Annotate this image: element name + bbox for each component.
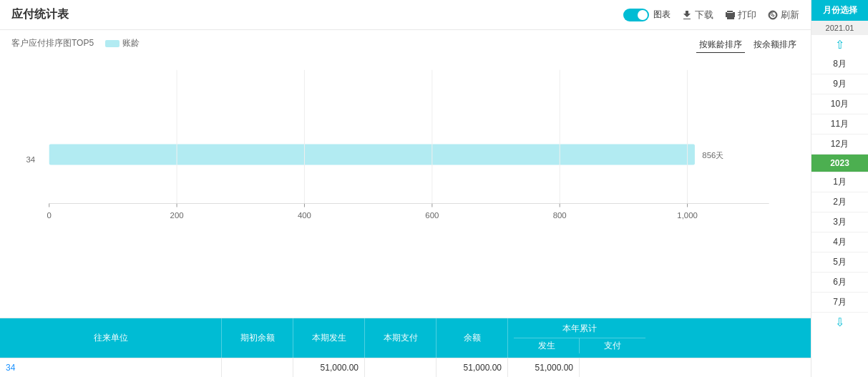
col-ytd-occur: 发生 bbox=[514, 338, 580, 353]
header-actions: 图表 下载 打印 刷新 bbox=[623, 9, 799, 21]
sidebar-month-item[interactable]: 5月 bbox=[811, 253, 868, 273]
cell-ytd-payment bbox=[580, 358, 651, 377]
col-balance: 余额 bbox=[437, 318, 508, 358]
sidebar-month-item[interactable]: 1月 bbox=[811, 172, 868, 192]
chart-toggle[interactable] bbox=[623, 9, 649, 21]
svg-text:1,000: 1,000 bbox=[677, 211, 698, 220]
chart-sort-buttons: 按账龄排序 按余额排序 bbox=[696, 37, 799, 53]
download-label: 下载 bbox=[695, 9, 713, 21]
chart-section: 客户应付排序图TOP5 账龄 按账龄排序 按余额排序 34 856天 bbox=[0, 30, 811, 318]
legend-item: 账龄 bbox=[105, 37, 140, 49]
sidebar-header: 月份选择 bbox=[811, 0, 868, 21]
download-button[interactable]: 下载 bbox=[682, 9, 713, 21]
chart-wrapper: 34 856天 0 200 bbox=[11, 55, 799, 255]
sidebar-year-label: 2021.01 bbox=[811, 21, 868, 35]
table-row: 34 51,000.00 51,000.00 51,000.00 bbox=[0, 358, 811, 377]
sidebar-nav-up-button[interactable]: ⇧ bbox=[811, 35, 868, 54]
col-current-payment: 本期支付 bbox=[365, 318, 437, 358]
cell-unit[interactable]: 34 bbox=[0, 358, 222, 377]
sidebar-month-item[interactable]: 4月 bbox=[811, 232, 868, 253]
print-icon bbox=[725, 10, 735, 20]
sidebar-month-item[interactable]: 9月 bbox=[811, 74, 868, 94]
sidebar-month-item[interactable]: 2月 bbox=[811, 192, 868, 212]
svg-text:600: 600 bbox=[425, 211, 439, 220]
cell-opening-balance bbox=[222, 358, 293, 377]
svg-text:200: 200 bbox=[170, 211, 184, 220]
cell-ytd-occur: 51,000.00 bbox=[508, 358, 580, 377]
chart-toggle-wrapper[interactable]: 图表 bbox=[623, 9, 670, 21]
col-current-occur: 本期发生 bbox=[293, 318, 365, 358]
sidebar-month-item[interactable]: 2023 bbox=[811, 155, 868, 172]
refresh-label: 刷新 bbox=[781, 9, 799, 21]
bar-chart: 34 856天 0 200 bbox=[11, 55, 799, 255]
sidebar-month-item[interactable]: 6月 bbox=[811, 273, 868, 293]
svg-text:856天: 856天 bbox=[702, 151, 723, 160]
legend-color-box bbox=[105, 40, 120, 47]
sidebar-month-item[interactable]: 7月 bbox=[811, 293, 868, 313]
page-title: 应付统计表 bbox=[11, 7, 69, 22]
table-header: 往来单位 期初余额 本期发生 本期支付 余额 本年累计 发生 支付 bbox=[0, 318, 811, 358]
svg-text:800: 800 bbox=[553, 211, 567, 220]
sort-by-amount-button[interactable]: 按余额排序 bbox=[751, 37, 799, 53]
svg-text:34: 34 bbox=[26, 155, 35, 164]
sidebar-month-item[interactable]: 10月 bbox=[811, 94, 868, 114]
col-ytd: 本年累计 发生 支付 bbox=[508, 318, 651, 358]
sidebar: 月份选择 2021.01 ⇧ 8月9月10月11月12月20231月2月3月4月… bbox=[811, 0, 868, 377]
sidebar-months-list: 8月9月10月11月12月20231月2月3月4月5月6月7月 bbox=[811, 54, 868, 313]
sidebar-month-item[interactable]: 3月 bbox=[811, 212, 868, 232]
print-label: 打印 bbox=[738, 9, 756, 21]
sidebar-month-item[interactable]: 8月 bbox=[811, 54, 868, 74]
print-button[interactable]: 打印 bbox=[725, 9, 756, 21]
toggle-label: 图表 bbox=[653, 9, 670, 21]
chart-legend-label: 客户应付排序图TOP5 bbox=[11, 37, 94, 49]
cell-balance: 51,000.00 bbox=[437, 358, 508, 377]
svg-text:0: 0 bbox=[47, 211, 52, 220]
svg-rect-2 bbox=[49, 144, 695, 165]
col-from-unit: 往来单位 bbox=[0, 318, 222, 358]
legend-color-label: 账龄 bbox=[122, 37, 140, 49]
sidebar-month-item[interactable]: 12月 bbox=[811, 134, 868, 155]
chart-legend: 客户应付排序图TOP5 账龄 bbox=[11, 37, 799, 49]
refresh-button[interactable]: 刷新 bbox=[768, 9, 799, 21]
sort-by-balance-button[interactable]: 按账龄排序 bbox=[696, 37, 745, 53]
table-header-row1: 往来单位 期初余额 本期发生 本期支付 余额 本年累计 发生 支付 bbox=[0, 318, 811, 358]
table-section: 往来单位 期初余额 本期发生 本期支付 余额 本年累计 发生 支付 bbox=[0, 318, 811, 377]
svg-text:400: 400 bbox=[298, 211, 311, 220]
sidebar-nav-down-button[interactable]: ⇩ bbox=[811, 313, 868, 332]
col-opening-balance: 期初余额 bbox=[222, 318, 293, 358]
col-ytd-payment: 支付 bbox=[580, 338, 645, 353]
refresh-icon bbox=[768, 10, 778, 20]
cell-current-payment bbox=[365, 358, 437, 377]
sidebar-month-item[interactable]: 11月 bbox=[811, 114, 868, 134]
cell-current-occur: 51,000.00 bbox=[293, 358, 365, 377]
download-icon bbox=[682, 10, 692, 20]
